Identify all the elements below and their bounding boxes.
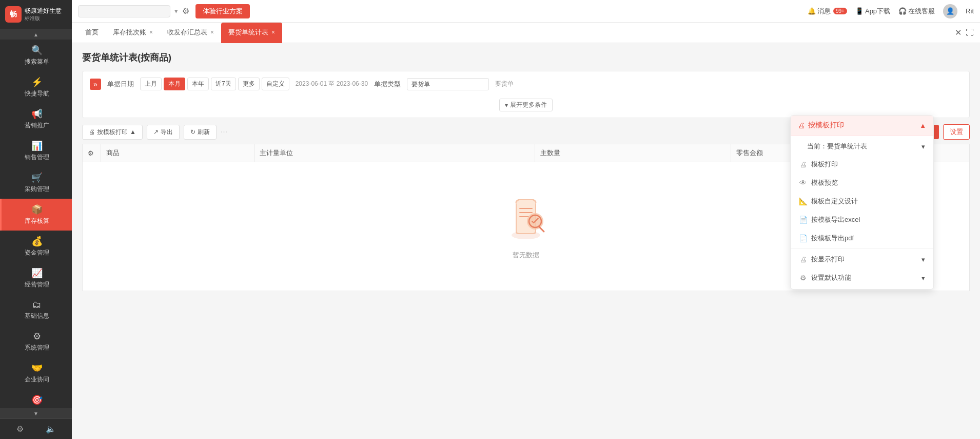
sidebar-item-search[interactable]: 🔍 搜索菜单 bbox=[0, 40, 72, 71]
tab-inventory-batch[interactable]: 库存批次账 × bbox=[106, 23, 160, 43]
sidebar-item-basic[interactable]: 🗂 基础信息 bbox=[0, 294, 72, 326]
dropdown-label-set-default: 设置默认功能 bbox=[811, 273, 851, 282]
date-range-text: 2023-06-01 至 2023-06-30 bbox=[296, 80, 368, 88]
headset-icon: 🎧 bbox=[898, 7, 907, 15]
dropdown-item-display-print[interactable]: 🖨 按显示打印 ▾ bbox=[791, 250, 933, 269]
app-download-btn[interactable]: 📱 App下载 bbox=[855, 7, 890, 16]
more-icon[interactable]: ··· bbox=[221, 127, 227, 137]
sidebar-settings-icon[interactable]: ⚙ bbox=[16, 424, 24, 434]
sidebar: 畅 畅康通好生意 标准版 ▲ 🔍 搜索菜单 ⚡ 快捷导航 📢 营销推广 📊 销售… bbox=[0, 0, 72, 439]
table-settings-icon[interactable]: ⚙ bbox=[88, 149, 94, 157]
online-service-btn[interactable]: 🎧 在线客服 bbox=[898, 7, 935, 16]
sidebar-icon-shortcut: ⚡ bbox=[31, 77, 43, 88]
sidebar-item-guide[interactable]: 🎯 新手引导 bbox=[0, 389, 72, 408]
tabs-expand-icon[interactable]: ⛶ bbox=[966, 28, 974, 37]
tab-order-stats[interactable]: 要货单统计表 × bbox=[221, 23, 282, 43]
search-input[interactable] bbox=[78, 5, 170, 17]
sidebar-nav: 🔍 搜索菜单 ⚡ 快捷导航 📢 营销推广 📊 销售管理 🛒 采购管理 📦 库存核… bbox=[0, 40, 72, 408]
sidebar-item-finance[interactable]: 💰 资金管理 bbox=[0, 231, 72, 262]
tab-receipt-summary[interactable]: 收发存汇总表 × bbox=[160, 23, 221, 43]
notifications-btn[interactable]: 🔔 消息 99+ bbox=[808, 7, 847, 16]
sidebar-label-finance: 资金管理 bbox=[25, 249, 49, 257]
date-btn-自定义[interactable]: 自定义 bbox=[262, 78, 289, 90]
tab-label-inventory-batch: 库存批次账 bbox=[113, 28, 146, 37]
dropdown-label-template-preview: 模板预览 bbox=[811, 178, 838, 187]
tabs-bar: 首页库存批次账 ×收发存汇总表 ×要货单统计表 × ✕ ⛶ bbox=[72, 23, 980, 43]
tab-home[interactable]: 首页 bbox=[78, 23, 106, 43]
tab-close-order-stats[interactable]: × bbox=[271, 29, 275, 36]
bell-icon: 🔔 bbox=[808, 7, 816, 15]
sidebar-icon-marketing: 📢 bbox=[31, 108, 43, 120]
sidebar-icon-operations: 📈 bbox=[31, 268, 43, 279]
date-btn-上月[interactable]: 上月 bbox=[140, 78, 162, 90]
sidebar-scroll-up[interactable]: ▲ bbox=[0, 29, 72, 40]
date-filter-label: 单据日期 bbox=[107, 80, 134, 89]
tabs-close-all-icon[interactable]: ✕ bbox=[955, 28, 962, 37]
print-dropdown-toggle[interactable]: ▲ bbox=[130, 128, 136, 136]
current-template-item[interactable]: 当前：要货单统计表 ▾ bbox=[791, 138, 933, 155]
tab-close-receipt-summary[interactable]: × bbox=[210, 29, 214, 36]
dropdown-icon-template-preview: 👁 bbox=[799, 179, 807, 187]
app-version: 标准版 bbox=[25, 15, 62, 22]
trial-btn[interactable]: 体验行业方案 bbox=[195, 4, 250, 18]
expand-more-btn[interactable]: ▾ 展开更多条件 bbox=[499, 99, 553, 111]
sidebar-item-purchase[interactable]: 🛒 采购管理 bbox=[0, 167, 72, 199]
app-logo: 畅 畅康通好生意 标准版 bbox=[0, 0, 72, 29]
dropdown-icon-template-export-excel: 📄 bbox=[799, 216, 807, 224]
dropdown-label-template-custom: 模板自定义设计 bbox=[811, 197, 858, 206]
filter-row: » 单据日期 上月本月本年近7天更多自定义 2023-06-01 至 2023-… bbox=[90, 78, 962, 90]
sidebar-item-marketing[interactable]: 📢 营销推广 bbox=[0, 103, 72, 135]
date-btn-本年[interactable]: 本年 bbox=[187, 78, 209, 90]
type-filter-select[interactable]: 要货单 bbox=[407, 78, 489, 90]
topbar: ▾ ⚙ 体验行业方案 🔔 消息 99+ 📱 App下载 🎧 在线客服 👤 Rit bbox=[72, 0, 980, 23]
sidebar-icon-sales: 📊 bbox=[31, 140, 43, 151]
tab-close-inventory-batch[interactable]: × bbox=[149, 29, 153, 36]
sidebar-scroll-down[interactable]: ▼ bbox=[0, 408, 72, 418]
logo-icon: 畅 bbox=[5, 6, 22, 23]
dropdown-label-template-export-pdf: 按模板导出pdf bbox=[811, 234, 854, 243]
export-btn[interactable]: ↗ 导出 bbox=[147, 125, 180, 140]
empty-text: 暂无数据 bbox=[513, 251, 539, 260]
sidebar-item-system[interactable]: ⚙ 系统管理 bbox=[0, 326, 72, 357]
sidebar-audio-icon[interactable]: 🔈 bbox=[46, 424, 56, 434]
sidebar-item-inventory[interactable]: 📦 库存核算 bbox=[0, 199, 72, 231]
dropdown-item-template-export-pdf[interactable]: 📄 按模板导出pdf bbox=[791, 229, 933, 247]
dropdown-label-template-export-excel: 按模板导出excel bbox=[811, 215, 860, 224]
dropdown-item-template-export-excel[interactable]: 📄 按模板导出excel bbox=[791, 211, 933, 229]
print-dropdown-body: 当前：要货单统计表 ▾ 🖨 模板打印 👁 模板预览 📐 模板自定义设计 📄 按模… bbox=[791, 136, 933, 289]
sidebar-item-shortcut[interactable]: ⚡ 快捷导航 bbox=[0, 71, 72, 103]
notification-badge: 99+ bbox=[833, 8, 847, 14]
tab-label-home: 首页 bbox=[85, 28, 99, 37]
refresh-btn[interactable]: ↻ 刷新 bbox=[184, 125, 217, 140]
sidebar-icon-inventory: 📦 bbox=[31, 204, 43, 215]
sidebar-item-enterprise[interactable]: 🤝 企业协同 bbox=[0, 357, 72, 389]
print-dropdown: 🖨 按模板打印 ▲ 当前：要货单统计表 ▾ 🖨 模板打印 👁 模板预览 📐 模板… bbox=[790, 115, 934, 290]
settings-btn[interactable]: 设置 bbox=[943, 124, 970, 140]
dropdown-icon-template-export-pdf: 📄 bbox=[799, 234, 807, 242]
avatar[interactable]: 👤 bbox=[943, 4, 957, 18]
print-template-btn[interactable]: 🖨 按模板打印 ▲ bbox=[82, 125, 143, 140]
filter-expand-btn[interactable]: » bbox=[90, 79, 101, 90]
sidebar-label-enterprise: 企业协同 bbox=[25, 375, 49, 384]
date-btn-本月[interactable]: 本月 bbox=[164, 78, 185, 90]
date-btn-近7天[interactable]: 近7天 bbox=[211, 78, 236, 90]
dropdown-item-template-print[interactable]: 🖨 模板打印 bbox=[791, 155, 933, 174]
print-header-icon: 🖨 bbox=[798, 121, 805, 129]
sidebar-item-sales[interactable]: 📊 销售管理 bbox=[0, 135, 72, 167]
sidebar-label-inventory: 库存核算 bbox=[25, 217, 49, 225]
tab-label-receipt-summary: 收发存汇总表 bbox=[167, 28, 207, 37]
print-dropdown-collapse-icon[interactable]: ▲ bbox=[919, 122, 926, 129]
dropdown-divider-1 bbox=[791, 249, 933, 249]
user-name: Rit bbox=[966, 7, 974, 15]
dropdown-item-set-default[interactable]: ⚙ 设置默认功能 ▾ bbox=[791, 269, 933, 287]
date-btns: 上月本月本年近7天更多自定义 bbox=[140, 78, 289, 90]
sidebar-item-operations[interactable]: 📈 经营管理 bbox=[0, 262, 72, 294]
topbar-settings-icon[interactable]: ⚙ bbox=[182, 6, 189, 16]
dropdown-icon-template-print: 🖨 bbox=[799, 160, 807, 168]
page-content: 要货单统计表(按商品) » 单据日期 上月本月本年近7天更多自定义 2023-0… bbox=[72, 43, 980, 439]
dropdown-item-template-custom[interactable]: 📐 模板自定义设计 bbox=[791, 192, 933, 211]
search-dropdown-icon[interactable]: ▾ bbox=[174, 7, 178, 15]
dropdown-item-template-preview[interactable]: 👁 模板预览 bbox=[791, 174, 933, 192]
page-title: 要货单统计表(按商品) bbox=[82, 51, 970, 64]
date-btn-更多[interactable]: 更多 bbox=[238, 78, 260, 90]
